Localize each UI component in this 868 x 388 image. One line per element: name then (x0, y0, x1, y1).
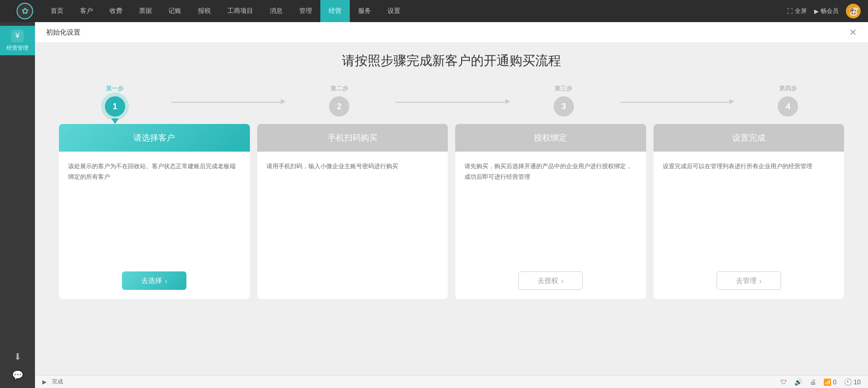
nav-tax[interactable]: 报税 (190, 0, 219, 22)
step-4-label: 第四步 (779, 84, 797, 93)
content-area: 请按照步骤完成新客户的开通购买流程 第一步 1 ▶ (35, 43, 868, 375)
card-2: 手机扫码购买 请用手机扫码，输入小微企业主账号密码进行购买 (257, 124, 448, 299)
network-status-icon: 📶 0 (823, 378, 837, 386)
nav-home[interactable]: 首页 (42, 0, 72, 22)
card-4-header: 设置完成 (654, 124, 845, 152)
card-3-button[interactable]: 去授权 › (518, 271, 583, 290)
card-2-footer (257, 284, 448, 299)
nav-invoice[interactable]: 票据 (131, 0, 160, 22)
step-2-circle: 2 (329, 96, 349, 117)
nav-accounting[interactable]: 记账 (160, 0, 190, 22)
card-4-arrow: › (759, 277, 762, 285)
card-2-header: 手机扫码购买 (257, 124, 448, 152)
card-4-button[interactable]: 去管理 › (717, 271, 781, 290)
status-text: 完成 (52, 378, 63, 386)
step-3-circle: 3 (554, 96, 574, 117)
top-navigation: ✿ 首页 客户 收费 票据 记账 报税 工商项目 消息 管理 经营 服务 设置 … (0, 0, 868, 22)
card-2-desc: 请用手机扫码，输入小微企业主账号密码进行购买 (266, 161, 439, 277)
nav-manage[interactable]: 管理 (291, 0, 320, 22)
nav-menu: 首页 客户 收费 票据 记账 报税 工商项目 消息 管理 经营 服务 设置 (42, 0, 787, 22)
card-1-arrow: › (165, 277, 167, 285)
steps-and-cards: 第一步 1 ▶ 第二步 2 (50, 84, 853, 299)
step-2: 第二步 2 (283, 84, 395, 122)
status-bar: ▶ 完成 🛡 🔊 🖨 📶 0 🕙 10 (35, 375, 868, 388)
steps-row: 第一步 1 ▶ 第二步 2 (59, 84, 844, 124)
nav-service[interactable]: 服务 (350, 0, 379, 22)
nav-business[interactable]: 工商项目 (219, 0, 261, 22)
main-content: 初始化设置 ✕ 请按照步骤完成新客户的开通购买流程 第一步 1 (35, 22, 868, 388)
nav-message[interactable]: 消息 (261, 0, 291, 22)
card-3-header: 授权绑定 (455, 124, 646, 152)
page-header: 初始化设置 ✕ (35, 22, 868, 43)
fullscreen-button[interactable]: ⛶ 全屏 (787, 7, 807, 15)
play-status-icon: ▶ (42, 379, 46, 385)
step-1-pointer (111, 118, 119, 124)
step-4-circle: 4 (778, 96, 798, 117)
logo-icon: ✿ (17, 3, 33, 19)
main-title: 请按照步骤完成新客户的开通购买流程 (50, 52, 853, 70)
user-avatar[interactable]: 🐮 (846, 4, 861, 18)
card-3-desc: 请先购买，购买后选择开通的产品中的企业用户进行授权绑定，成功后即可进行经营管理 (464, 161, 637, 259)
chat-icon[interactable]: 💬 (12, 370, 23, 381)
step-3: 第三步 3 (508, 84, 620, 122)
card-3-body: 请先购买，购买后选择开通的产品中的企业用户进行授权绑定，成功后即可进行经营管理 (455, 152, 646, 266)
nav-operation[interactable]: 经营 (320, 0, 350, 22)
card-1: 请选择客户 该处展示的客户为不在回收站、客户状态正常建账后完成老板端绑定的所有客… (59, 124, 250, 299)
card-4: 设置完成 设置完成后可以在管理列表进行所有企业用户的经营管理 去管理 › (654, 124, 845, 299)
connector-1-2: ▶ (171, 102, 284, 103)
sidebar-item-operation[interactable]: ¥ 经营管理 (0, 26, 35, 55)
arrow-1-2: ▶ (281, 97, 286, 105)
step-1: 第一步 1 (59, 84, 171, 124)
step-2-label: 第二步 (330, 84, 348, 93)
arrow-2-3: ▶ (505, 97, 510, 105)
status-bar-right: 🛡 🔊 🖨 📶 0 🕙 10 (781, 378, 861, 386)
step-3-label: 第三步 (555, 84, 573, 93)
card-3: 授权绑定 请先购买，购买后选择开通的产品中的企业用户进行授权绑定，成功后即可进行… (455, 124, 646, 299)
nav-customer[interactable]: 客户 (72, 0, 101, 22)
nav-right-area: ⛶ 全屏 ▶ 畅会员 🐮 (787, 4, 868, 18)
vip-button[interactable]: ▶ 畅会员 (814, 7, 839, 15)
arrow-3-4: ▶ (729, 97, 735, 105)
card-3-footer: 去授权 › (455, 266, 646, 299)
card-1-button[interactable]: 去选择 › (122, 271, 186, 290)
card-1-header: 请选择客户 (59, 124, 250, 152)
card-1-body: 该处展示的客户为不在回收站、客户状态正常建账后完成老板端绑定的所有客户 (59, 152, 250, 266)
card-4-desc: 设置完成后可以在管理列表进行所有企业用户的经营管理 (663, 161, 835, 259)
card-1-desc: 该处展示的客户为不在回收站、客户状态正常建账后完成老板端绑定的所有客户 (68, 161, 241, 259)
nav-settings[interactable]: 设置 (379, 0, 409, 22)
close-button[interactable]: ✕ (849, 28, 857, 37)
download-icon[interactable]: ⬇ (14, 351, 22, 362)
card-1-footer: 去选择 › (59, 266, 250, 299)
sidebar-bottom: ⬇ 💬 (12, 351, 23, 381)
cards-row: 请选择客户 该处展示的客户为不在回收站、客户状态正常建账后完成老板端绑定的所有客… (59, 124, 844, 299)
fullscreen-icon: ⛶ (787, 8, 793, 15)
logo-area: ✿ (7, 3, 42, 19)
connector-3-4: ▶ (620, 102, 732, 103)
card-4-footer: 去管理 › (654, 266, 845, 299)
time-status-icon: 🕙 10 (844, 378, 861, 386)
volume-status-icon[interactable]: 🔊 (794, 378, 802, 386)
step-4: 第四步 4 (732, 84, 844, 122)
connector-2-3: ▶ (395, 102, 508, 103)
print-status-icon[interactable]: 🖨 (810, 378, 816, 386)
shield-status-icon[interactable]: 🛡 (781, 378, 787, 386)
sidebar: ¥ 经营管理 ⬇ 💬 (0, 22, 35, 388)
operation-icon: ¥ (11, 29, 24, 42)
step-1-circle: 1 (105, 96, 125, 117)
page-title: 初始化设置 (46, 28, 81, 37)
play-icon: ▶ (814, 8, 819, 15)
card-3-arrow: › (561, 277, 563, 285)
card-4-body: 设置完成后可以在管理列表进行所有企业用户的经营管理 (654, 152, 845, 266)
card-2-body: 请用手机扫码，输入小微企业主账号密码进行购买 (257, 152, 448, 284)
step-1-label: 第一步 (106, 84, 124, 93)
main-layout: ¥ 经营管理 ⬇ 💬 初始化设置 ✕ 请按照步骤完成新客户的开通购买流程 第一步 (0, 22, 868, 388)
nav-fee[interactable]: 收费 (101, 0, 131, 22)
